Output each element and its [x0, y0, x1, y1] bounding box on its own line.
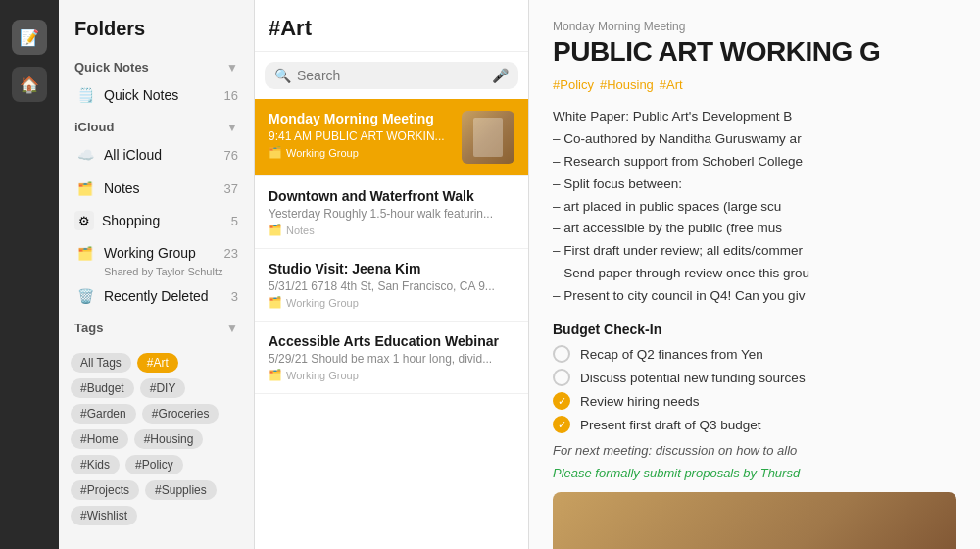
tag-garden[interactable]: #Garden: [71, 404, 136, 424]
note-title-3: Studio Visit: Jeena Kim: [269, 261, 514, 276]
icloud-chevron: ▼: [226, 121, 238, 134]
working-group-icon: 🗂️: [74, 242, 96, 264]
checklist-item-2: ✓ Review hiring needs: [553, 392, 956, 410]
folders-panel: Folders Quick Notes ▼ 🗒️ Quick Notes 16 …: [59, 0, 255, 549]
note-meta-1: 9:41 AM PUBLIC ART WORKIN...: [269, 129, 454, 143]
tags-chevron: ▼: [226, 322, 238, 335]
tag-diy[interactable]: #DIY: [140, 378, 186, 398]
note-meta-4: 5/29/21 Should be max 1 hour long, divid…: [269, 352, 514, 366]
search-input[interactable]: [297, 68, 492, 83]
detail-green-note: Please formally submit proposals by Thur…: [553, 466, 956, 480]
working-group-subtitle: Shared by Taylor Schultz: [59, 266, 254, 277]
notes-folder-name: Notes: [104, 180, 224, 196]
recently-deleted-icon: 🗑️: [74, 285, 96, 307]
detail-italic-note: For next meeting: discussion on how to a…: [553, 443, 956, 458]
shopping-count: 5: [231, 214, 238, 228]
tag-groceries[interactable]: #Groceries: [142, 404, 220, 424]
folder-recently-deleted[interactable]: 🗑️ Recently Deleted 3: [59, 279, 254, 313]
all-icloud-icon: ☁️: [74, 144, 96, 166]
detail-image: [553, 492, 956, 549]
tags-section-header[interactable]: Tags ▼: [59, 313, 254, 339]
quick-notes-name: Quick Notes: [104, 87, 224, 103]
checkbox-1[interactable]: [553, 369, 570, 386]
note-title-1: Monday Morning Meeting: [269, 111, 454, 126]
nav-home-icon[interactable]: 🏠: [12, 67, 47, 102]
tag-home[interactable]: #Home: [71, 429, 128, 449]
note-folder-icon-1: 🗂️: [269, 146, 282, 159]
detail-title: PUBLIC ART WORKING G: [553, 37, 956, 68]
note-folder-icon-2: 🗂️: [269, 224, 282, 236]
detail-panel: Monday Morning Meeting PUBLIC ART WORKIN…: [529, 0, 980, 549]
tag-art[interactable]: #Art: [137, 353, 178, 373]
recently-deleted-count: 3: [231, 289, 238, 304]
detail-body-line-6: – Send paper through review once this gr…: [553, 263, 956, 285]
note-folder-1: Working Group: [286, 147, 359, 159]
checklist-text-0: Recap of Q2 finances from Yen: [580, 347, 763, 362]
quick-notes-chevron: ▼: [226, 61, 238, 75]
detail-body-line-1: – Research support from Schoberl College: [553, 151, 956, 174]
mic-icon: 🎤: [492, 68, 509, 83]
note-card-1[interactable]: Monday Morning Meeting 9:41 AM PUBLIC AR…: [255, 99, 528, 176]
checkbox-0[interactable]: [553, 345, 570, 363]
notes-list-panel: #Art 🔍 🎤 Monday Morning Meeting 9:41 AM …: [255, 0, 529, 549]
note-card-3[interactable]: Studio Visit: Jeena Kim 5/31/21 6718 4th…: [255, 249, 528, 322]
note-folder-3: Working Group: [286, 297, 359, 309]
tag-wishlist[interactable]: #Wishlist: [71, 506, 137, 525]
quick-notes-count: 16: [224, 88, 238, 103]
icloud-section-header[interactable]: iCloud ▼: [59, 112, 254, 138]
tag-budget[interactable]: #Budget: [71, 378, 134, 398]
tag-housing[interactable]: #Housing: [134, 429, 204, 449]
folder-notes[interactable]: 🗂️ Notes 37: [59, 172, 254, 205]
checkbox-2[interactable]: ✓: [553, 392, 570, 410]
notes-folder-icon: 🗂️: [74, 177, 96, 199]
note-thumb-1: [462, 111, 514, 164]
note-title-2: Downtown and Waterfront Walk: [269, 188, 514, 204]
checklist-item-1: Discuss potential new funding sources: [553, 369, 956, 386]
nav-notes-icon[interactable]: 📝: [12, 20, 47, 55]
folder-all-icloud[interactable]: ☁️ All iCloud 76: [59, 138, 254, 172]
working-group-count: 23: [224, 246, 238, 261]
checkbox-3[interactable]: ✓: [553, 416, 570, 433]
checklist-text-1: Discuss potential new funding sources: [580, 371, 806, 385]
search-icon: 🔍: [274, 68, 291, 83]
detail-body: White Paper: Public Art's Development B …: [553, 106, 956, 308]
detail-body-line-2: – Split focus between:: [553, 174, 956, 196]
budget-title: Budget Check-In: [553, 322, 956, 337]
checklist-text-2: Review hiring needs: [580, 394, 700, 409]
quick-notes-label: Quick Notes: [74, 60, 149, 75]
note-folder-4: Working Group: [286, 370, 359, 381]
tag-policy[interactable]: #Policy: [125, 455, 183, 474]
working-group-name: Working Group: [104, 245, 224, 261]
checklist-item-0: Recap of Q2 finances from Yen: [553, 345, 956, 363]
detail-tag-housing: #Housing: [600, 77, 654, 92]
tag-projects[interactable]: #Projects: [71, 480, 139, 500]
folder-quick-notes[interactable]: 🗒️ Quick Notes 16: [59, 78, 254, 112]
shopping-name: Shopping: [102, 213, 231, 228]
all-icloud-count: 76: [224, 148, 238, 163]
shopping-icon: ⚙: [74, 211, 94, 230]
detail-body-line-7: – Present to city council in Q4! Can you…: [553, 285, 956, 308]
tags-label: Tags: [74, 321, 103, 335]
detail-body-intro: White Paper: Public Art's Development B: [553, 106, 956, 128]
tag-kids[interactable]: #Kids: [71, 455, 120, 474]
checklist-text-3: Present first draft of Q3 budget: [580, 418, 761, 432]
note-card-2[interactable]: Downtown and Waterfront Walk Yesterday R…: [255, 176, 528, 249]
folder-working-group[interactable]: 🗂️ Working Group 23: [59, 236, 254, 270]
note-folder-icon-3: 🗂️: [269, 296, 282, 309]
note-card-4[interactable]: Accessible Arts Education Webinar 5/29/2…: [255, 322, 528, 394]
notes-list-title: #Art: [255, 0, 528, 52]
folder-shopping[interactable]: ⚙ Shopping 5: [59, 205, 254, 236]
tag-all[interactable]: All Tags: [71, 353, 131, 373]
quick-notes-section-header[interactable]: Quick Notes ▼: [59, 52, 254, 78]
tag-supplies[interactable]: #Supplies: [145, 480, 217, 500]
note-title-4: Accessible Arts Education Webinar: [269, 333, 514, 349]
quick-notes-icon: 🗒️: [74, 84, 96, 106]
note-meta-3: 5/31/21 6718 4th St, San Francisco, CA 9…: [269, 279, 514, 293]
search-bar[interactable]: 🔍 🎤: [265, 62, 518, 89]
note-folder-icon-4: 🗂️: [269, 369, 282, 381]
detail-body-line-5: – First draft under review; all edits/co…: [553, 240, 956, 263]
tags-grid-container: All Tags #Art #Budget #DIY #Garden #Groc…: [59, 339, 254, 533]
note-folder-2: Notes: [286, 225, 315, 236]
detail-body-line-3: – art placed in public spaces (large scu: [553, 196, 956, 219]
detail-body-line-4: – art accessible by the public (free mus: [553, 218, 956, 240]
